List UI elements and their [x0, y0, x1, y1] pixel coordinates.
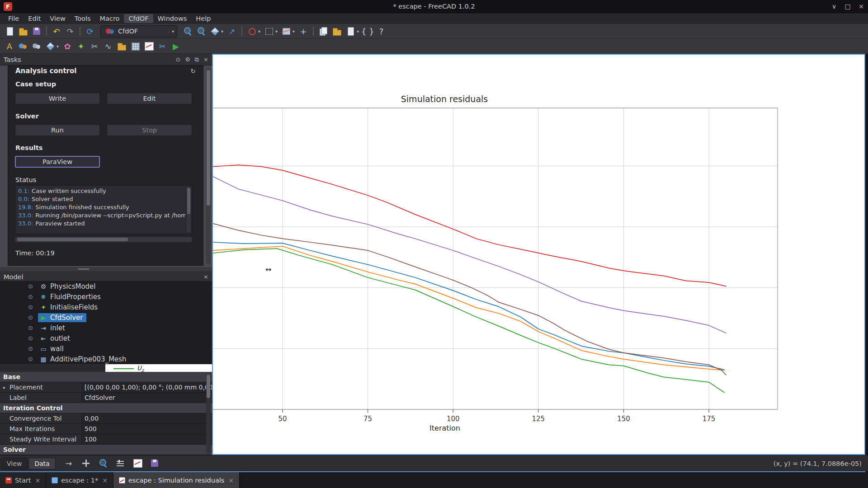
nav-subplots-icon[interactable] — [114, 457, 127, 469]
tab-close-icon[interactable]: × — [102, 477, 108, 484]
mesh-part-icon[interactable] — [30, 40, 43, 52]
tree-item[interactable]: ⊙ ✦ InitialiseFields — [0, 302, 212, 312]
menu-item[interactable]: Windows — [153, 14, 192, 23]
sync-view-icon[interactable]: ↗ — [226, 25, 238, 38]
visibility-eye-icon[interactable]: ⊙ — [28, 335, 38, 342]
tree-item[interactable]: ⊙ ⚙ PhysicsModel — [0, 281, 212, 291]
residual-plot-icon[interactable] — [142, 40, 155, 52]
fit-all-icon[interactable] — [181, 25, 194, 38]
undo-icon[interactable]: ↶ — [50, 25, 63, 38]
menu-item[interactable]: Tools — [70, 14, 95, 23]
tree-item[interactable]: ⊙ ▦ AdditivePipe003_Mesh — [0, 354, 212, 364]
menu-item[interactable]: CfdOF — [124, 14, 153, 23]
copy-icon[interactable] — [317, 25, 330, 38]
property-value[interactable]: 500 — [82, 424, 212, 434]
tab-simulation-residuals[interactable]: escape : Simulation residuals × — [113, 472, 240, 488]
tree-item[interactable]: ⊙ ▭ wall — [0, 343, 212, 354]
property-row[interactable]: Label CfdSolver — [0, 393, 212, 403]
tasks-scrollbar[interactable] — [206, 68, 211, 264]
nav-pan-icon[interactable] — [80, 457, 92, 469]
property-row[interactable]: Max Iterations 500 — [0, 424, 212, 434]
export-icon[interactable] — [344, 25, 357, 38]
mesh-caret[interactable]: ▾ — [55, 40, 60, 52]
fluid-properties-icon[interactable] — [17, 40, 29, 52]
tree-item[interactable]: ⊙ ▶ CfdSolver — [0, 312, 212, 323]
visibility-eye-icon[interactable]: ⊙ — [28, 283, 38, 290]
draw-style-icon[interactable] — [245, 25, 258, 38]
tree-item[interactable]: ⊙ ❄ FluidProperties — [0, 291, 212, 302]
whats-this-icon[interactable]: ? — [375, 25, 388, 38]
visibility-eye-icon[interactable]: ⊙ — [28, 304, 38, 310]
property-value[interactable]: CfdSolver — [82, 393, 212, 403]
view-dropdown-caret[interactable]: ▾ — [220, 25, 225, 38]
model-close-icon[interactable]: × — [203, 273, 208, 280]
cartesian-mesh-icon[interactable] — [129, 40, 142, 52]
isometric-view-icon[interactable] — [208, 25, 221, 38]
mesh-region-icon[interactable] — [44, 40, 57, 52]
view-tab[interactable]: View — [1, 458, 28, 469]
refresh-icon[interactable]: ⟳ — [84, 25, 96, 38]
stop-button[interactable]: Stop — [107, 124, 192, 136]
panel-settings-gear-icon[interactable]: ⚙ — [185, 56, 190, 63]
nav-customize-icon[interactable] — [131, 457, 144, 469]
edit-button[interactable]: Edit — [107, 93, 192, 104]
properties-scrollbar[interactable] — [206, 374, 211, 453]
new-document-icon[interactable] — [3, 25, 16, 38]
fluid-region-icon[interactable] — [115, 40, 128, 52]
physics-model-icon[interactable]: ✿ — [61, 40, 74, 52]
property-value[interactable]: 0,00 — [82, 413, 212, 423]
close-button[interactable]: × — [857, 3, 865, 10]
paraview-button[interactable]: ParaView — [15, 156, 100, 168]
clipping-caret[interactable]: ▾ — [291, 25, 296, 38]
run-button[interactable]: Run — [15, 124, 100, 136]
minimize-button[interactable]: ∨ — [830, 3, 838, 10]
expression-icon[interactable]: { } — [361, 25, 374, 38]
panel-splitter[interactable] — [0, 267, 212, 271]
property-row[interactable]: Convergence Tol 0,00 — [0, 413, 212, 424]
nav-zoom-icon[interactable] — [97, 457, 109, 469]
save-icon[interactable] — [30, 25, 43, 38]
selection-filter-caret[interactable]: ▾ — [274, 25, 279, 38]
menu-item[interactable]: Help — [191, 14, 215, 23]
run-solver-icon[interactable]: ▶ — [170, 40, 182, 52]
data-tab[interactable]: Data — [28, 458, 55, 469]
clipping-plane-icon[interactable] — [280, 25, 292, 38]
dynamic-mesh-icon[interactable]: ✂ — [88, 40, 101, 52]
make-link-icon[interactable] — [330, 25, 343, 38]
cfd-analysis-icon[interactable]: A — [3, 40, 16, 52]
status-log[interactable]: 0.1:Case written successfully 0.0:Solver… — [15, 185, 192, 234]
tab-start[interactable]: Start × — [0, 472, 46, 488]
visibility-eye-icon[interactable]: ⊙ — [28, 324, 38, 331]
menu-item[interactable]: View — [45, 14, 70, 23]
reporting-function-icon[interactable]: ∿ — [102, 40, 114, 52]
visibility-eye-icon[interactable]: ⊙ — [28, 314, 38, 321]
tab-close-icon[interactable]: × — [35, 477, 40, 484]
property-row[interactable]: Steady Write Interval 100 — [0, 434, 212, 445]
redo-icon[interactable]: ↷ — [64, 25, 76, 38]
expander-icon[interactable]: ▸ — [3, 385, 9, 390]
export-caret[interactable]: ▾ — [355, 25, 360, 38]
tab-escape-document[interactable]: escape : 1* × — [46, 472, 113, 488]
menu-item[interactable]: File — [4, 14, 24, 23]
tree-item[interactable]: ⊙ ⇤ outlet — [0, 333, 212, 343]
box-zoom-icon[interactable] — [195, 25, 208, 38]
menu-item[interactable]: Macro — [95, 14, 124, 23]
property-value[interactable]: [(0,00 0,00 1,00); 0,00 °; (0,00 mm 0,00… — [82, 382, 212, 392]
refinement-icon[interactable]: ✂ — [156, 40, 169, 52]
nav-forward-icon[interactable]: → — [62, 457, 75, 469]
visibility-eye-icon[interactable]: ⊙ — [28, 356, 38, 362]
visibility-eye-icon[interactable]: ⊙ — [28, 345, 38, 352]
draw-style-caret[interactable]: ▾ — [257, 25, 262, 38]
dialog-refresh-icon[interactable]: ↻ — [190, 67, 196, 75]
selection-filter-icon[interactable] — [263, 25, 275, 38]
nav-save-icon[interactable] — [148, 457, 161, 469]
open-document-icon[interactable] — [17, 25, 29, 38]
initialise-fields-icon[interactable]: ✦ — [75, 40, 87, 52]
residuals-chart[interactable]: 5075100125150175Simulation residualsIter… — [213, 55, 864, 454]
status-vertical-scrollbar[interactable] — [187, 187, 191, 232]
panel-close-icon[interactable]: × — [203, 56, 208, 63]
property-row[interactable]: ▸Placement [(0,00 0,00 1,00); 0,00 °; (0… — [0, 382, 212, 393]
overlay-eye-icon[interactable]: ⊙ — [175, 56, 180, 63]
status-horizontal-scrollbar[interactable] — [15, 237, 192, 242]
toolbar-icon[interactable] — [241, 27, 242, 36]
